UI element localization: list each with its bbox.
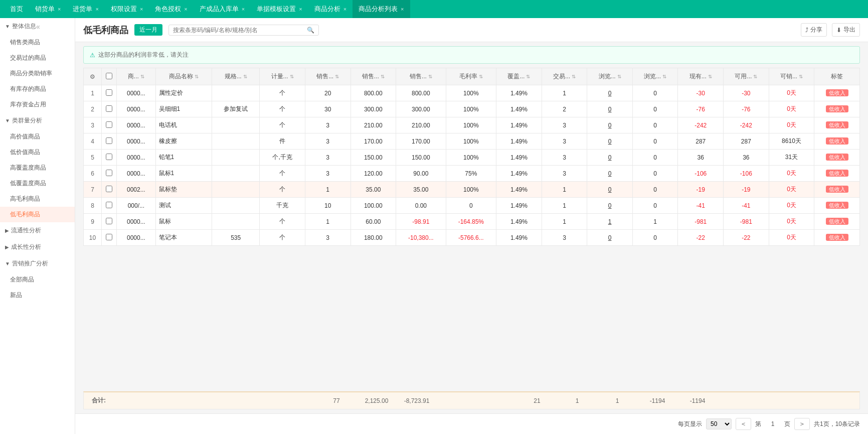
cell-unit: 个 xyxy=(260,101,305,117)
sidebar-item-all-products[interactable]: 全部商品 xyxy=(0,272,75,287)
cell-checkbox[interactable] xyxy=(102,230,117,246)
cell-view1[interactable]: 0 xyxy=(587,198,633,214)
cell-checkbox[interactable] xyxy=(102,182,117,198)
row-checkbox[interactable] xyxy=(106,202,112,208)
row-checkbox[interactable] xyxy=(106,234,112,240)
cell-checkbox[interactable] xyxy=(102,198,117,214)
sidebar-item-high-value[interactable]: 高价值商品 xyxy=(0,129,75,144)
cell-checkbox[interactable] xyxy=(102,101,117,117)
cell-checkbox[interactable] xyxy=(102,133,117,150)
sort-current-icon[interactable]: ⇅ xyxy=(708,74,712,79)
cell-gross-margin: 0 xyxy=(446,198,496,214)
sort-view1-icon[interactable]: ⇅ xyxy=(617,74,621,79)
share-button[interactable]: ⤴ 分享 xyxy=(801,23,827,37)
sort-amount-icon[interactable]: ⇅ xyxy=(428,74,432,79)
sidebar-collapse-btn[interactable]: « xyxy=(36,23,40,31)
sidebar-group-marketing[interactable]: ▼ 营销推广分析 xyxy=(0,255,75,272)
next-page-btn[interactable]: ＞ xyxy=(794,418,810,430)
sort-coverage-icon[interactable]: ⇅ xyxy=(526,74,530,79)
cell-view1[interactable]: 1 xyxy=(587,214,633,230)
nav-permission-settings[interactable]: 权限设置 × xyxy=(105,0,149,18)
share-icon: ⤴ xyxy=(805,27,808,34)
cell-view1[interactable]: 0 xyxy=(587,117,633,133)
cell-view1[interactable]: 0 xyxy=(587,133,633,150)
sort-unit-icon[interactable]: ⇅ xyxy=(290,74,294,79)
cell-no: 9 xyxy=(84,214,102,230)
prev-page-btn[interactable]: ＜ xyxy=(736,418,751,430)
search-input[interactable] xyxy=(173,27,307,34)
nav-close-analysis-list[interactable]: × xyxy=(401,0,404,18)
nav-purchase-order[interactable]: 进货单 × xyxy=(67,0,104,18)
sidebar-group-growth[interactable]: ▶ 成长性分析 xyxy=(0,239,75,255)
cell-view1[interactable]: 0 xyxy=(587,150,633,166)
filter-recent-month-btn[interactable]: 近一月 xyxy=(134,24,162,36)
cell-view1[interactable]: 0 xyxy=(587,101,633,117)
nav-template-settings[interactable]: 单据模板设置 × xyxy=(251,0,308,18)
sidebar-item-low-coverage[interactable]: 低覆盖度商品 xyxy=(0,176,75,191)
nav-product-analysis-list[interactable]: 商品分析列表 × xyxy=(353,0,410,18)
sort-view2-icon[interactable]: ⇅ xyxy=(662,74,666,79)
row-checkbox[interactable] xyxy=(106,121,112,128)
cell-checkbox[interactable] xyxy=(102,214,117,230)
nav-close-product-inbound[interactable]: × xyxy=(242,0,245,18)
sidebar-item-category-sales-rate[interactable]: 商品分类助销率 xyxy=(0,66,75,81)
nav-close-purchase-order[interactable]: × xyxy=(95,0,98,18)
row-checkbox[interactable] xyxy=(106,170,112,176)
nav-role-auth[interactable]: 角色授权 × xyxy=(149,0,193,18)
nav-close-product-analysis[interactable]: × xyxy=(343,0,346,18)
sidebar-item-high-margin[interactable]: 高毛利商品 xyxy=(0,191,75,207)
nav-home[interactable]: 首页 xyxy=(4,0,29,18)
settings-icon[interactable]: ⚙ xyxy=(90,73,95,80)
sidebar-item-low-value[interactable]: 低价值商品 xyxy=(0,144,75,160)
sidebar-item-new-products[interactable]: 新品 xyxy=(0,287,75,303)
search-icon[interactable]: 🔍 xyxy=(307,27,314,34)
cell-checkbox[interactable] xyxy=(102,166,117,182)
sidebar-group-cluster[interactable]: ▼ 类群量分析 xyxy=(0,112,75,129)
sort-available-icon[interactable]: ⇅ xyxy=(753,74,757,79)
sidebar-group-overall[interactable]: ▼ 整体信息 « xyxy=(0,18,75,35)
row-checkbox[interactable] xyxy=(106,89,112,96)
sidebar-group-flow[interactable]: ▶ 流通性分析 xyxy=(0,222,75,239)
nav-close-permission[interactable]: × xyxy=(140,0,143,18)
nav-close-role-auth[interactable]: × xyxy=(184,0,187,18)
sort-name-icon[interactable]: ⇅ xyxy=(195,74,199,79)
sort-qty-icon[interactable]: ⇅ xyxy=(335,74,339,79)
cell-view1[interactable]: 0 xyxy=(587,182,633,198)
sidebar-item-in-stock[interactable]: 有库存的商品 xyxy=(0,81,75,97)
sidebar-group-overall-arrow: ▼ xyxy=(5,24,10,29)
row-checkbox[interactable] xyxy=(106,218,112,224)
row-checkbox[interactable] xyxy=(106,186,112,192)
sort-saleable-icon[interactable]: ⇅ xyxy=(799,74,803,79)
nav-close-sales-order[interactable]: × xyxy=(58,0,61,18)
row-checkbox[interactable] xyxy=(106,154,112,160)
sidebar-item-low-margin[interactable]: 低毛利商品 xyxy=(0,207,75,222)
cell-checkbox[interactable] xyxy=(102,150,117,166)
row-checkbox[interactable] xyxy=(106,137,112,144)
cell-view1[interactable]: 0 xyxy=(587,85,633,101)
sidebar-item-high-coverage[interactable]: 高覆盖度商品 xyxy=(0,160,75,176)
nav-product-inbound[interactable]: 产成品入库单 × xyxy=(194,0,251,18)
cell-spec xyxy=(212,166,260,182)
sort-spec-icon[interactable]: ⇅ xyxy=(243,74,247,79)
sidebar-item-sales-products[interactable]: 销售类商品 xyxy=(0,35,75,50)
cell-view1[interactable]: 0 xyxy=(587,166,633,182)
cell-checkbox[interactable] xyxy=(102,85,117,101)
select-all-checkbox[interactable] xyxy=(106,73,112,79)
col-settings[interactable]: ⚙ xyxy=(84,68,102,85)
sort-transaction-icon[interactable]: ⇅ xyxy=(572,74,576,79)
sort-price-icon[interactable]: ⇅ xyxy=(381,74,385,79)
sidebar-item-traded-products[interactable]: 交易过的商品 xyxy=(0,50,75,66)
sort-margin-icon[interactable]: ⇅ xyxy=(479,74,483,79)
horizontal-scrollbar[interactable] xyxy=(83,409,860,413)
nav-sales-order[interactable]: 销货单 × xyxy=(29,0,67,18)
cell-checkbox[interactable] xyxy=(102,117,117,133)
cell-transaction: 3 xyxy=(542,150,587,166)
export-button[interactable]: ⬇ 导出 xyxy=(832,23,860,37)
cell-view1[interactable]: 0 xyxy=(587,230,633,246)
page-size-select[interactable]: 50 100 200 xyxy=(706,418,732,429)
row-checkbox[interactable] xyxy=(106,105,112,112)
sidebar-item-stock-capital[interactable]: 库存资金占用 xyxy=(0,97,75,112)
sort-code-icon[interactable]: ⇅ xyxy=(140,74,144,79)
nav-close-template[interactable]: × xyxy=(299,0,302,18)
nav-product-analysis[interactable]: 商品分析 × xyxy=(308,0,353,18)
